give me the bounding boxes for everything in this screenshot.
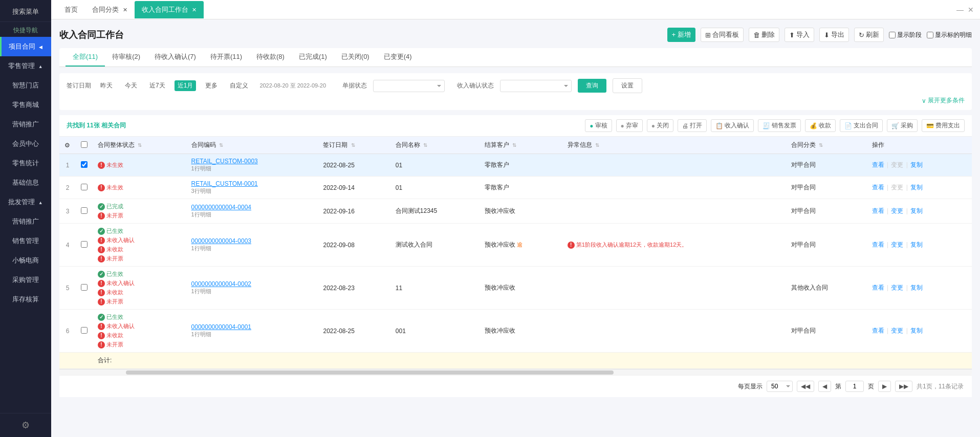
date-last7[interactable]: 近7天 xyxy=(146,80,168,91)
change-btn-1[interactable]: 变更 xyxy=(891,184,903,191)
first-page-button[interactable]: ◀◀ xyxy=(797,381,814,392)
payment-btn[interactable]: 💰 收款 xyxy=(805,119,836,132)
view-btn-2[interactable]: 查看 xyxy=(872,207,884,214)
sort-error-icon[interactable]: ⇅ xyxy=(595,142,599,148)
show-stage-input[interactable] xyxy=(889,32,896,38)
sort-code-icon[interactable]: ⇅ xyxy=(219,142,223,148)
gear-icon[interactable]: ⚙ xyxy=(21,420,30,430)
review-btn[interactable]: ● 审核 xyxy=(585,119,612,132)
code-link[interactable]: RETAIL_CUSTOM-0003 xyxy=(191,158,258,165)
tab-income-workbench[interactable]: 收入合同工作台 ✕ xyxy=(135,1,204,18)
code-link-3[interactable]: 0000000000004-0003 xyxy=(191,237,251,245)
show-stage-checkbox[interactable]: 显示阶段 xyxy=(889,31,922,39)
sidebar-item-online-store[interactable]: 零售商城 xyxy=(0,95,51,115)
date-yesterday[interactable]: 昨天 xyxy=(97,80,116,91)
copy-btn-5[interactable]: 复制 xyxy=(910,327,923,334)
close-btn[interactable]: ● 关闭 xyxy=(647,119,673,132)
status-tab-pending-payment[interactable]: 待收款(8) xyxy=(249,48,292,67)
change-btn-5[interactable]: 变更 xyxy=(891,327,903,334)
sidebar-item-project[interactable]: 项目合同 ◀ xyxy=(0,37,51,56)
code-link-5[interactable]: 0000000000004-0001 xyxy=(191,323,251,331)
sidebar-item-stats[interactable]: 零售统计 xyxy=(0,154,51,173)
minimize-button[interactable]: — xyxy=(956,6,964,14)
tab-home[interactable]: 首页 xyxy=(57,1,85,18)
sidebar-quick-nav[interactable]: 快捷导航 xyxy=(0,22,51,37)
row-checkbox[interactable] xyxy=(76,224,93,267)
copy-btn-0[interactable]: 复制 xyxy=(910,161,923,168)
show-detail-checkbox[interactable]: 显示标的明细 xyxy=(927,31,972,39)
purchase-btn[interactable]: 🛒 采购 xyxy=(887,119,918,132)
horizontal-scrollbar[interactable] xyxy=(59,369,972,375)
status-tab-pending-review[interactable]: 待审核(2) xyxy=(105,48,147,67)
view-btn-0[interactable]: 查看 xyxy=(872,161,884,168)
row-checkbox[interactable] xyxy=(76,177,93,199)
code-link-1[interactable]: RETAIL_CUSTOM-0001 xyxy=(191,180,258,187)
expand-button[interactable]: ∨ 展开更多条件 xyxy=(922,96,965,105)
sidebar-item-inventory[interactable]: 库存核算 xyxy=(0,290,51,309)
print-btn[interactable]: 🖨 打开 xyxy=(678,119,707,132)
view-btn-4[interactable]: 查看 xyxy=(872,284,884,291)
change-btn-2[interactable]: 变更 xyxy=(891,207,903,214)
page-input[interactable] xyxy=(845,381,864,392)
show-detail-input[interactable] xyxy=(927,32,933,38)
col-checkbox[interactable] xyxy=(76,137,93,154)
tab-close-income-workbench[interactable]: ✕ xyxy=(192,7,197,13)
prev-page-button[interactable]: ◀ xyxy=(818,381,831,392)
refresh-button[interactable]: ↻ 刷新 xyxy=(854,28,884,42)
status-tab-changed[interactable]: 已变更(4) xyxy=(377,48,419,67)
status-tab-pending-invoice[interactable]: 待开票(11) xyxy=(203,48,249,67)
sidebar-item-wholesale[interactable]: 批发管理 ▲ xyxy=(0,192,51,212)
change-btn-0[interactable]: 变更 xyxy=(891,161,903,168)
sort-status-icon[interactable]: ⇅ xyxy=(138,142,142,148)
out-contract-btn[interactable]: 📄 支出合同 xyxy=(840,119,883,132)
tab-close-contract-type[interactable]: ✕ xyxy=(123,7,127,13)
last-page-button[interactable]: ▶▶ xyxy=(895,381,912,392)
doc-status-select[interactable] xyxy=(373,80,445,92)
sidebar-item-smart-store[interactable]: 智慧门店 xyxy=(0,76,51,95)
sort-type-icon[interactable]: ⇅ xyxy=(819,142,823,148)
date-today[interactable]: 今天 xyxy=(122,80,140,91)
sidebar-item-member[interactable]: 会员中心 xyxy=(0,134,51,154)
sidebar-item-sales[interactable]: 销售管理 xyxy=(0,231,51,251)
view-btn-1[interactable]: 查看 xyxy=(872,184,884,191)
code-link-2[interactable]: 0000000000004-0004 xyxy=(191,204,251,211)
settings-icon[interactable]: ⚙ xyxy=(64,142,70,149)
status-tab-pending-confirm[interactable]: 待收入确认(7) xyxy=(147,48,203,67)
view-btn-5[interactable]: 查看 xyxy=(872,327,884,334)
new-button[interactable]: + 新增 xyxy=(667,28,696,42)
sidebar-item-retail[interactable]: 零售管理 ▲ xyxy=(0,56,51,76)
export-button[interactable]: ⬇ 导出 xyxy=(819,28,849,42)
delete-button[interactable]: 🗑 删除 xyxy=(749,28,779,42)
sort-name-icon[interactable]: ⇅ xyxy=(423,142,427,148)
sidebar-item-marketing1[interactable]: 营销推广 xyxy=(0,115,51,134)
col-settings[interactable]: ⚙ xyxy=(59,137,76,154)
select-all-checkbox[interactable] xyxy=(81,141,88,148)
invoice-btn[interactable]: 🧾 销售发票 xyxy=(758,119,801,132)
row-checkbox[interactable] xyxy=(76,199,93,224)
sidebar-search[interactable]: 搜索菜单 xyxy=(0,0,51,22)
income-confirm-select[interactable] xyxy=(500,80,572,92)
next-page-button[interactable]: ▶ xyxy=(878,381,891,392)
row-checkbox[interactable] xyxy=(76,267,93,310)
copy-btn-2[interactable]: 复制 xyxy=(910,207,923,214)
copy-btn-4[interactable]: 复制 xyxy=(910,284,923,291)
row-checkbox[interactable] xyxy=(76,154,93,177)
scrollbar-thumb[interactable] xyxy=(126,370,614,375)
copy-btn-1[interactable]: 复制 xyxy=(910,184,923,191)
change-btn-4[interactable]: 变更 xyxy=(891,284,903,291)
code-link-4[interactable]: 0000000000004-0002 xyxy=(191,280,251,288)
change-btn-3[interactable]: 变更 xyxy=(891,241,903,248)
date-last1m[interactable]: 近1月 xyxy=(175,80,197,91)
kanban-button[interactable]: ⊞ 合同看板 xyxy=(701,28,744,42)
setting-button[interactable]: 设置 xyxy=(613,78,642,93)
sort-date-icon[interactable]: ⇅ xyxy=(351,142,355,148)
date-more[interactable]: 更多 xyxy=(202,80,221,91)
per-page-select[interactable]: 50 10 20 100 xyxy=(767,381,793,392)
close-button[interactable]: ✕ xyxy=(968,6,974,14)
import-button[interactable]: ⬆ 导入 xyxy=(785,28,814,42)
expense-btn[interactable]: 💳 费用支出 xyxy=(922,119,965,132)
status-tab-all[interactable]: 全部(11) xyxy=(66,48,105,67)
tab-contract-type[interactable]: 合同分类 ✕ xyxy=(85,1,135,18)
query-button[interactable]: 查询 xyxy=(578,79,606,93)
copy-btn-3[interactable]: 复制 xyxy=(910,241,923,248)
